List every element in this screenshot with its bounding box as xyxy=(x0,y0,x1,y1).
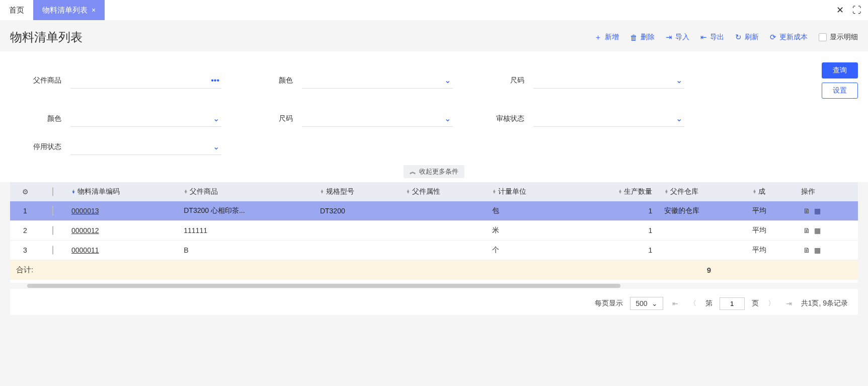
audit-status-select[interactable]: ⌄ xyxy=(533,111,684,127)
chevron-down-icon[interactable]: ⌄ xyxy=(213,142,219,151)
chevron-down-icon[interactable]: ⌄ xyxy=(676,114,682,123)
size2-select[interactable]: ⌄ xyxy=(302,111,453,127)
filter-parent-product: 父件商品 ••• xyxy=(10,62,221,99)
view-icon[interactable]: 🗎 xyxy=(803,207,810,215)
row-checkbox[interactable] xyxy=(52,226,53,235)
cell-attr xyxy=(400,241,486,260)
fullscreen-icon[interactable]: ⛶ xyxy=(850,3,864,17)
page-input[interactable] xyxy=(720,297,745,310)
checkbox-icon xyxy=(819,33,827,41)
col-cost[interactable]: ▲▼成 xyxy=(746,182,795,201)
cell-attr xyxy=(400,221,486,241)
cell-parent: 111111 xyxy=(178,221,314,241)
table-row[interactable]: 20000012111111米1平均🗎▦ xyxy=(10,221,858,241)
grid-icon[interactable]: ▦ xyxy=(814,246,821,254)
col-spec[interactable]: ▲▼规格型号 xyxy=(314,182,400,201)
first-page-button[interactable]: ⇤ xyxy=(670,299,680,307)
cell-spec: DT3200 xyxy=(314,201,400,221)
close-all-icon[interactable]: ✕ xyxy=(833,3,847,17)
cost-icon: ⟳ xyxy=(770,33,776,42)
toolbar: 物料清单列表 ＋新增 🗑删除 ⇥导入 ⇤导出 ↻刷新 ⟳更新成本 显示明细 xyxy=(0,20,868,51)
close-icon[interactable]: × xyxy=(92,6,96,14)
tab-bom-list[interactable]: 物料清单列表 × xyxy=(33,0,105,20)
filter-color: 颜色 ⌄ xyxy=(242,62,453,99)
refresh-button[interactable]: ↻刷新 xyxy=(735,33,759,42)
filter-size2: 尺码 ⌄ xyxy=(242,111,453,127)
table-row[interactable]: 30000011B个1平均🗎▦ xyxy=(10,241,858,260)
plus-icon: ＋ xyxy=(594,33,602,42)
cell-qty: 1 xyxy=(572,221,658,241)
chevron-down-icon[interactable]: ⌄ xyxy=(213,114,219,123)
size-select[interactable]: ⌄ xyxy=(533,72,684,89)
cell-warehouse xyxy=(658,221,746,241)
page-title: 物料清单列表 xyxy=(10,29,83,45)
scroll-thumb[interactable] xyxy=(27,284,621,288)
grid-icon[interactable]: ▦ xyxy=(814,207,821,215)
query-button[interactable]: 查询 xyxy=(822,62,858,79)
col-unit[interactable]: ▲▼计量单位 xyxy=(486,182,572,201)
col-code[interactable]: ▲▼物料清单编码 xyxy=(65,182,178,201)
last-page-button[interactable]: ⇥ xyxy=(784,299,794,307)
chevron-up-icon: ︽ xyxy=(410,167,416,176)
chevron-down-icon[interactable]: ⌄ xyxy=(676,75,682,85)
pager: 每页显示 500⌄ ⇤ 〈 第 页 〉 ⇥ 共1页, 9条记录 xyxy=(10,292,858,315)
parent-product-input[interactable]: ••• xyxy=(70,73,221,89)
collapse-bar: ︽ 收起更多条件 xyxy=(10,161,858,182)
filter-color2: 颜色 ⌄ xyxy=(10,111,221,127)
cell-ops: 🗎▦ xyxy=(795,201,858,221)
chevron-down-icon: ⌄ xyxy=(652,299,658,307)
cell-parent: DT3200 心相印茶... xyxy=(178,201,314,221)
setting-button[interactable]: 设置 xyxy=(822,83,858,99)
per-page-label: 每页显示 xyxy=(595,299,623,308)
export-button[interactable]: ⇤导出 xyxy=(700,33,724,42)
tab-home[interactable]: 首页 xyxy=(0,0,33,20)
gear-icon[interactable]: ⚙ xyxy=(21,188,29,196)
col-qty[interactable]: ▲▼生产数量 xyxy=(572,182,658,201)
more-icon[interactable]: ••• xyxy=(211,76,219,85)
next-page-button[interactable]: 〉 xyxy=(766,299,777,308)
code-link[interactable]: 0000011 xyxy=(71,246,99,254)
disable-status-select[interactable]: ⌄ xyxy=(70,139,221,155)
chevron-down-icon[interactable]: ⌄ xyxy=(444,114,451,123)
row-index: 2 xyxy=(10,221,40,241)
code-link[interactable]: 0000013 xyxy=(71,207,99,215)
grid-icon[interactable]: ▦ xyxy=(814,226,821,235)
cell-cost: 平均 xyxy=(746,241,795,260)
col-attr[interactable]: ▲▼父件属性 xyxy=(400,182,486,201)
totals-label: 合计: xyxy=(16,265,33,275)
update-cost-button[interactable]: ⟳更新成本 xyxy=(770,33,808,42)
table: ⚙ ▲▼物料清单编码 ▲▼父件商品 ▲▼规格型号 ▲▼父件属性 ▲▼计量单位 ▲… xyxy=(10,182,858,315)
cell-warehouse xyxy=(658,241,746,260)
color2-select[interactable]: ⌄ xyxy=(70,111,221,127)
refresh-icon: ↻ xyxy=(735,33,742,42)
show-detail-toggle[interactable]: 显示明细 xyxy=(819,33,858,42)
cell-warehouse: 安徽的仓库 xyxy=(658,201,746,221)
chevron-down-icon[interactable]: ⌄ xyxy=(444,75,451,85)
view-icon[interactable]: 🗎 xyxy=(803,226,810,235)
row-checkbox[interactable] xyxy=(52,206,53,215)
cell-unit: 米 xyxy=(486,221,572,241)
cell-cost: 平均 xyxy=(746,221,795,241)
pager-summary: 共1页, 9条记录 xyxy=(801,299,848,308)
color-select[interactable]: ⌄ xyxy=(302,72,453,89)
row-checkbox[interactable] xyxy=(52,246,53,255)
cell-qty: 1 xyxy=(572,201,658,221)
add-button[interactable]: ＋新增 xyxy=(594,33,619,42)
per-page-select[interactable]: 500⌄ xyxy=(630,297,663,310)
tab-controls: ✕ ⛶ xyxy=(833,3,864,17)
select-all-checkbox[interactable] xyxy=(52,187,53,196)
export-icon: ⇤ xyxy=(700,33,707,42)
table-row[interactable]: 10000013DT3200 心相印茶...DT3200包1安徽的仓库平均🗎▦ xyxy=(10,201,858,221)
toolbar-actions: ＋新增 🗑删除 ⇥导入 ⇤导出 ↻刷新 ⟳更新成本 显示明细 xyxy=(594,33,858,42)
collapse-button[interactable]: ︽ 收起更多条件 xyxy=(404,165,464,178)
row-index: 3 xyxy=(10,241,40,260)
col-warehouse[interactable]: ▲▼父件仓库 xyxy=(658,182,746,201)
horizontal-scrollbar[interactable] xyxy=(10,283,858,289)
totals-row: 合计: 9 xyxy=(10,260,858,280)
code-link[interactable]: 0000012 xyxy=(71,226,99,235)
delete-button[interactable]: 🗑删除 xyxy=(630,33,655,42)
view-icon[interactable]: 🗎 xyxy=(803,246,810,254)
import-button[interactable]: ⇥导入 xyxy=(666,33,689,42)
col-parent[interactable]: ▲▼父件商品 xyxy=(178,182,314,201)
prev-page-button[interactable]: 〈 xyxy=(687,299,698,308)
